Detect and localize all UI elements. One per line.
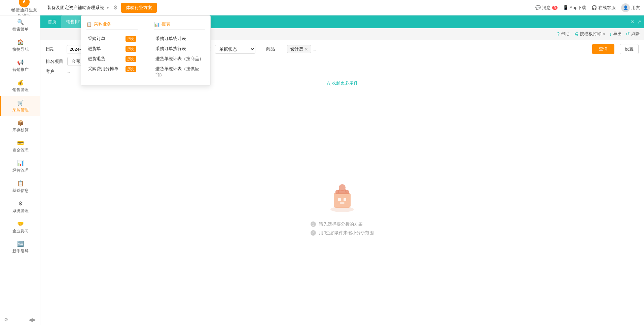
sidebar-item-search[interactable]: 🔍 搜索菜单 bbox=[0, 15, 40, 36]
user-avatar: 👤 bbox=[621, 3, 630, 12]
refresh-btn[interactable]: ↺ 刷新 bbox=[626, 31, 640, 37]
sidebar: 🔍 搜索菜单 🏠 快捷导航 📢 营销推广 💰 销售管理 🛒 采购管理 📦 库存核… bbox=[0, 15, 40, 325]
headset-icon: 🎧 bbox=[592, 5, 597, 10]
purchase-dropdown-menu: 📋 采购业务 采购订单 历史 进货单 历史 进货退货 历史 采购费用分摊单 bbox=[81, 15, 211, 86]
purchase-menu-section: 📋 采购业务 采购订单 历史 进货单 历史 进货退货 历史 采购费用分摊单 bbox=[86, 21, 138, 80]
sidebar-bottom: ⚙ ◀▶ bbox=[0, 314, 40, 325]
purchase-icon: 🛒 bbox=[17, 99, 24, 106]
main-layout: 🔍 搜索菜单 🏠 快捷导航 📢 营销推广 💰 销售管理 🛒 采购管理 📦 库存核… bbox=[0, 15, 644, 325]
menu-item-order-stats[interactable]: 采购订单统计表 bbox=[154, 34, 205, 44]
export-icon: ↓ bbox=[609, 31, 612, 37]
svg-rect-7 bbox=[344, 198, 346, 201]
export-btn[interactable]: ↓ 导出 bbox=[609, 31, 622, 37]
sidebar-item-guide[interactable]: 🆕 新手引导 bbox=[0, 237, 40, 257]
setting-button[interactable]: 设置 bbox=[620, 44, 639, 54]
svg-rect-1 bbox=[334, 193, 351, 208]
sidebar-item-finance[interactable]: 💳 资金管理 bbox=[0, 136, 40, 157]
home-icon: 🏠 bbox=[17, 39, 24, 45]
search-icon: 🔍 bbox=[17, 19, 24, 25]
sales-icon: 💰 bbox=[17, 79, 24, 86]
product-tag: 设计费 ✕ bbox=[287, 45, 311, 53]
menu-item-stock-return[interactable]: 进货退货 历史 bbox=[86, 54, 138, 64]
inventory-icon: 📦 bbox=[17, 120, 24, 126]
phone-icon: 📱 bbox=[563, 5, 568, 10]
app-download-item[interactable]: 📱 App下载 bbox=[563, 5, 586, 11]
sidebar-item-cooperation[interactable]: 🤝 企业协同 bbox=[0, 217, 40, 237]
purchase-section-icon: 📋 bbox=[86, 22, 92, 27]
svg-point-3 bbox=[339, 184, 346, 191]
guide-icon: 🆕 bbox=[17, 241, 24, 247]
tab-home[interactable]: 首页 bbox=[43, 15, 61, 28]
online-service-item[interactable]: 🎧 在线客服 bbox=[592, 5, 616, 11]
sidebar-item-system[interactable]: ⚙ 系统管理 bbox=[0, 197, 40, 217]
user-item[interactable]: 👤 用友 bbox=[621, 3, 640, 12]
system-title: 装备及固定资产辅助管理系统 ▾ ⚙ bbox=[47, 4, 118, 11]
report-section-icon: 📊 bbox=[154, 22, 159, 27]
header-middle: 体验行业方案 bbox=[121, 3, 535, 13]
help-btn[interactable]: ? 帮助 bbox=[557, 31, 570, 37]
product-filter: 设计费 ✕ ... bbox=[287, 45, 316, 53]
svg-rect-6 bbox=[338, 198, 341, 201]
help-icon: ? bbox=[557, 31, 560, 37]
system-dropdown-icon[interactable]: ▾ bbox=[107, 5, 109, 10]
settings-bottom-icon[interactable]: ⚙ bbox=[4, 317, 8, 322]
purchase-section-title: 📋 采购业务 bbox=[86, 21, 138, 30]
print-dropdown-icon: ▾ bbox=[603, 32, 605, 37]
print-icon: 🖨 bbox=[574, 31, 578, 37]
cooperation-icon: 🤝 bbox=[17, 220, 24, 227]
report-section-title: 📊 报表 bbox=[154, 21, 205, 30]
product-more[interactable]: ... bbox=[313, 47, 316, 51]
top-header: 6 畅捷通好生意 标准版 装备及固定资产辅助管理系统 ▾ ⚙ 体验行业方案 💬 … bbox=[0, 0, 644, 15]
report-menu-section: 📊 报表 采购订单统计表 采购订单执行表 进货单统计表（按商品） 进货单统计表（… bbox=[154, 21, 205, 80]
operation-icon: 📊 bbox=[17, 160, 24, 166]
menu-item-stock-stats-product[interactable]: 进货单统计表（按商品） bbox=[154, 54, 205, 64]
industry-btn[interactable]: 体验行业方案 bbox=[121, 3, 157, 13]
tabs-right: ✕ ⤢ bbox=[631, 19, 641, 25]
settings-icon[interactable]: ⚙ bbox=[113, 4, 118, 11]
basic-icon: 📋 bbox=[17, 180, 24, 187]
query-button[interactable]: 查询 bbox=[592, 44, 614, 54]
sidebar-item-operation[interactable]: 📊 经营管理 bbox=[0, 157, 40, 177]
doc-status-select[interactable]: 单据状态 bbox=[215, 45, 255, 54]
header-right: 💬 消息 9 📱 App下载 🎧 在线客服 👤 用友 bbox=[535, 3, 640, 12]
message-icon: 💬 bbox=[535, 5, 541, 10]
menu-item-order-exec[interactable]: 采购订单执行表 bbox=[154, 44, 205, 54]
system-icon: ⚙ bbox=[18, 200, 23, 207]
sidebar-item-purchase[interactable]: 🛒 采购管理 bbox=[0, 96, 40, 116]
collapse-sidebar-icon[interactable]: ◀▶ bbox=[29, 317, 36, 322]
print-btn[interactable]: 🖨 按模板打印 ▾ bbox=[574, 31, 605, 37]
menu-separator bbox=[146, 21, 146, 80]
customer-more[interactable]: ... bbox=[67, 69, 70, 74]
refresh-icon: ↺ bbox=[626, 31, 630, 37]
empty-text: 1 请先选择要分析的方案 2 用[过滤]条件来缩小分析范围 bbox=[311, 220, 374, 237]
sidebar-item-quick-nav[interactable]: 🏠 快捷导航 bbox=[0, 36, 40, 56]
sidebar-item-basic[interactable]: 📋 基础信息 bbox=[0, 177, 40, 197]
menu-item-purchase-expense[interactable]: 采购费用分摊单 历史 bbox=[86, 64, 138, 74]
menu-item-stock-in[interactable]: 进货单 历史 bbox=[86, 44, 138, 54]
empty-illustration bbox=[325, 181, 359, 214]
close-all-tabs-icon[interactable]: ✕ bbox=[631, 19, 635, 25]
sidebar-item-sales[interactable]: 💰 销售管理 bbox=[0, 76, 40, 96]
finance-icon: 💳 bbox=[17, 140, 24, 146]
menu-item-stock-stats-supplier[interactable]: 进货单统计表（按供应商） bbox=[154, 64, 205, 80]
menu-item-purchase-order[interactable]: 采购订单 历史 bbox=[86, 34, 138, 44]
empty-state: 1 请先选择要分析的方案 2 用[过滤]条件来缩小分析范围 bbox=[40, 93, 644, 325]
svg-rect-8 bbox=[340, 202, 345, 204]
content-area: 首页 销售排行榜 ✕ ✕ ⤢ ? 帮助 🖨 按模板打印 ▾ ↓ bbox=[40, 15, 644, 325]
product-tag-close[interactable]: ✕ bbox=[305, 47, 308, 52]
collapse-up-icon: ⋀ bbox=[327, 81, 330, 86]
logo-icon: 6 bbox=[19, 0, 30, 7]
sidebar-item-marketing[interactable]: 📢 营销推广 bbox=[0, 56, 40, 76]
sidebar-item-inventory[interactable]: 📦 库存核算 bbox=[0, 116, 40, 136]
marketing-icon: 📢 bbox=[17, 59, 24, 66]
message-item[interactable]: 💬 消息 9 bbox=[535, 5, 558, 11]
expand-tab-icon[interactable]: ⤢ bbox=[637, 19, 641, 25]
